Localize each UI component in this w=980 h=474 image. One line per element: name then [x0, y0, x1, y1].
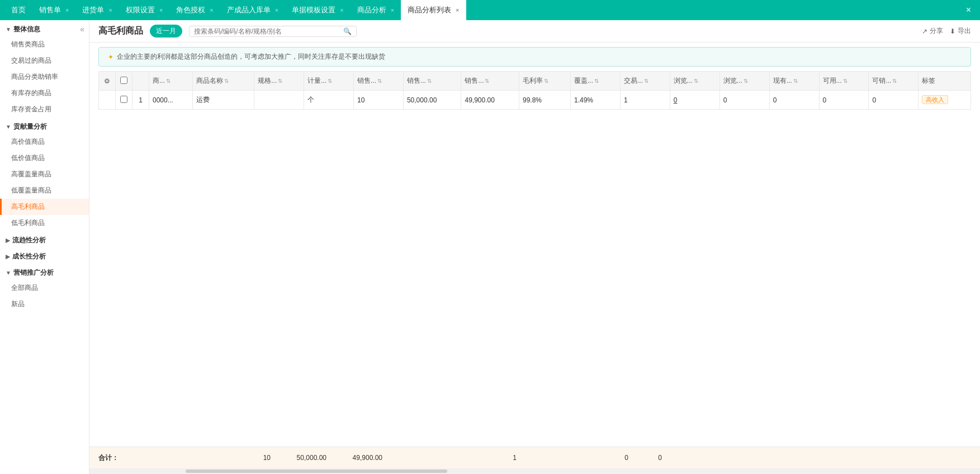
share-button[interactable]: ↗ 分享: [922, 26, 943, 36]
spec-col-header: 规格...⇅: [254, 72, 304, 91]
name-col-header: 商品名称⇅: [192, 72, 254, 91]
row-sales2: 50,000.00: [403, 91, 461, 110]
nav-purchase-order[interactable]: 进货单 ×: [75, 0, 119, 20]
select-all-checkbox[interactable]: [120, 77, 127, 84]
table-body: 1 0000... 运费 个 10 50,000.00 49,900.00 99…: [99, 91, 971, 110]
arrow-icon: ▼: [6, 124, 11, 130]
search-box: 🔍: [189, 26, 357, 37]
nav-sales-order[interactable]: 销售单 ×: [32, 0, 75, 20]
nav-template[interactable]: 单据模板设置 ×: [285, 0, 350, 20]
content-header: 高毛利商品 近一月 🔍 ↗ 分享 ⬇ 导出: [89, 20, 980, 43]
sidebar-section-growth[interactable]: ▶ 成长性分析: [0, 247, 89, 264]
filter-recent-month-button[interactable]: 近一月: [150, 25, 182, 37]
code-col-header: 商...⇅: [149, 72, 193, 91]
sidebar-item-low-coverage[interactable]: 低覆盖量商品: [0, 182, 89, 199]
main-layout: « ▼ 整体信息 销售类商品 交易过的商品 商品分类助销率 有库存的商品 库存资…: [0, 20, 980, 474]
star-icon: ✦: [108, 53, 113, 61]
current-col-header: 现有...⇅: [769, 72, 819, 91]
available-col-header: 可用...⇅: [819, 72, 869, 91]
search-icon[interactable]: 🔍: [343, 27, 352, 35]
sidebar-item-stocked-goods[interactable]: 有库存的商品: [0, 85, 89, 101]
horizontal-scrollbar[interactable]: [89, 468, 980, 474]
settings-col-header[interactable]: ⚙: [99, 72, 116, 91]
sidebar-item-low-value[interactable]: 低价值商品: [0, 150, 89, 166]
sidebar-section-trend[interactable]: ▶ 流趋性分析: [0, 231, 89, 247]
row-spec: [254, 91, 304, 110]
nav-product-entry[interactable]: 产成品入库单 ×: [220, 0, 285, 20]
sidebar-section-contribution[interactable]: ▼ 贡献量分析: [0, 118, 89, 134]
arrow-icon: ▼: [6, 26, 11, 32]
sales3-col-header: 销售...⇅: [461, 72, 519, 91]
sidebar-item-high-margin[interactable]: 高毛利商品: [0, 199, 89, 215]
sidebar: « ▼ 整体信息 销售类商品 交易过的商品 商品分类助销率 有库存的商品 库存资…: [0, 20, 89, 474]
export-icon: ⬇: [950, 27, 955, 35]
table-container: ⚙ 商...⇅ 商品名称⇅ 规格...⇅ 计量...⇅ 销售...⇅ 销售...…: [89, 71, 980, 447]
sidebar-item-low-margin[interactable]: 低毛利商品: [0, 215, 89, 231]
sidebar-item-new-goods[interactable]: 新品: [0, 296, 89, 312]
nav-home[interactable]: 首页: [4, 0, 32, 20]
footer-label: 合计：: [98, 453, 119, 463]
transaction-col-header: 交易...⇅: [620, 72, 670, 91]
row-current: 0: [769, 91, 819, 110]
footer-sales3: 49,900.00: [331, 452, 387, 464]
sidebar-section-overall[interactable]: ▼ 整体信息: [0, 20, 89, 36]
sidebar-section-marketing[interactable]: ▼ 营销推广分析: [0, 264, 89, 280]
row-tag: 高收入: [919, 91, 971, 110]
scrollbar-thumb[interactable]: [186, 470, 447, 473]
sidebar-item-inventory-funds[interactable]: 库存资金占用: [0, 101, 89, 118]
row-name: 运费: [192, 91, 254, 110]
row-gross-rate: 99.8%: [519, 91, 571, 110]
page-title: 高毛利商品: [98, 25, 143, 37]
row-available: 0: [819, 91, 869, 110]
footer-transaction: 1: [487, 452, 521, 464]
checkbox-col-header: [116, 72, 132, 91]
gross-rate-col-header: 毛利率⇅: [519, 72, 571, 91]
table-header-row: ⚙ 商...⇅ 商品名称⇅ 规格...⇅ 计量...⇅ 销售...⇅ 销售...…: [99, 72, 971, 91]
close-icon[interactable]: ×: [275, 7, 278, 13]
row-transaction: 1: [620, 91, 670, 110]
content-area: 高毛利商品 近一月 🔍 ↗ 分享 ⬇ 导出 ✦ 企业的主要的利润都是这部分商品创…: [89, 20, 980, 474]
row-select-checkbox[interactable]: [120, 96, 127, 103]
sidebar-item-high-value[interactable]: 高价值商品: [0, 134, 89, 150]
close-icon[interactable]: ×: [391, 7, 394, 13]
nav-product-analysis[interactable]: 商品分析 ×: [351, 0, 401, 20]
sidebar-item-all-goods[interactable]: 全部商品: [0, 280, 89, 296]
row-sales3: 49,900.00: [461, 91, 519, 110]
close-icon[interactable]: ×: [210, 7, 213, 13]
search-input[interactable]: [194, 27, 341, 35]
row-browse1[interactable]: 0: [670, 91, 719, 110]
browse2-col-header: 浏览...⇅: [719, 72, 769, 91]
tag-col-header: 标签: [919, 72, 971, 91]
unit-col-header: 计量...⇅: [304, 72, 354, 91]
sidebar-item-sales-goods[interactable]: 销售类商品: [0, 36, 89, 53]
close-icon[interactable]: ×: [65, 7, 69, 13]
coverage-col-header: 覆盖...⇅: [571, 72, 621, 91]
nav-product-analysis-list[interactable]: 商品分析列表 ×: [401, 0, 466, 20]
row-coverage: 1.49%: [571, 91, 621, 110]
sidebar-item-category-rate[interactable]: 商品分类助销率: [0, 69, 89, 85]
window-close-button[interactable]: ×: [962, 5, 976, 15]
nav-role[interactable]: 角色授权 ×: [169, 0, 220, 20]
sidebar-item-high-coverage[interactable]: 高覆盖量商品: [0, 166, 89, 182]
row-unit: 个: [304, 91, 354, 110]
row-settings: [99, 91, 116, 110]
saleable-col-header: 可销...⇅: [869, 72, 919, 91]
row-checkbox[interactable]: [116, 91, 132, 110]
close-icon[interactable]: ×: [108, 7, 112, 13]
footer-sales2: 50,000.00: [275, 452, 331, 464]
sidebar-item-traded-goods[interactable]: 交易过的商品: [0, 53, 89, 69]
footer-spacer2: [387, 452, 487, 464]
close-icon[interactable]: ×: [159, 7, 163, 13]
sales2-col-header: 销售...⇅: [403, 72, 461, 91]
footer-spacer1: [130, 452, 242, 464]
close-icon[interactable]: ×: [456, 7, 459, 13]
row-code: 0000...: [149, 91, 193, 110]
footer-total: 合计： 10 50,000.00 49,900.00 1 0 0: [89, 447, 980, 468]
nav-permission[interactable]: 权限设置 ×: [119, 0, 169, 20]
export-button[interactable]: ⬇ 导出: [950, 26, 971, 36]
sidebar-collapse-button[interactable]: «: [80, 25, 84, 34]
row-sales1: 10: [354, 91, 404, 110]
row-num: 1: [132, 91, 149, 110]
close-icon[interactable]: ×: [340, 7, 343, 13]
share-icon: ↗: [922, 27, 927, 35]
